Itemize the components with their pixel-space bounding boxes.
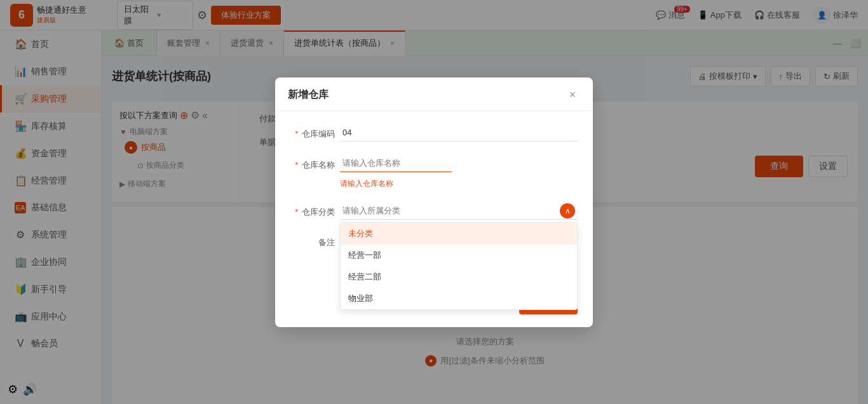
code-label: * 仓库编码 xyxy=(290,124,335,140)
modal-title: 新增仓库 xyxy=(288,88,329,102)
dropdown-item-2[interactable]: 经营二部 xyxy=(341,266,577,288)
name-label: * 仓库名称 xyxy=(290,155,335,171)
dropdown-item-3[interactable]: 物业部 xyxy=(341,288,577,309)
required-star-name: * xyxy=(295,160,298,170)
form-row-code: * 仓库编码 xyxy=(290,124,578,142)
modal-overlay: 新增仓库 × * 仓库编码 * 仓库名称 xyxy=(0,0,868,404)
note-label: 备注 xyxy=(290,232,335,248)
note-label-text: 备注 xyxy=(318,238,335,247)
form-row-name: * 仓库名称 请输入仓库名称 xyxy=(290,154,578,189)
category-label: * 仓库分类 xyxy=(290,202,335,218)
modal-body: * 仓库编码 * 仓库名称 请输入仓库名称 xyxy=(275,111,593,285)
category-select-wrapper: ∧ 未分类 经营一部 经营二部 物业部 xyxy=(340,202,578,220)
required-star: * xyxy=(295,129,298,138)
modal-close-button[interactable]: × xyxy=(565,88,580,103)
modal-header: 新增仓库 × xyxy=(275,77,593,111)
category-label-text: 仓库分类 xyxy=(302,207,335,217)
code-label-text: 仓库编码 xyxy=(302,129,335,138)
category-input[interactable] xyxy=(340,202,578,220)
form-row-category: * 仓库分类 ∧ 未分类 经营一部 经营二部 物业部 xyxy=(290,202,578,220)
category-arrow-button[interactable]: ∧ xyxy=(560,203,575,219)
code-input[interactable] xyxy=(340,124,578,142)
dropdown-item-0[interactable]: 未分类 xyxy=(341,223,577,245)
name-error-message: 请输入仓库名称 xyxy=(340,178,393,189)
name-input[interactable] xyxy=(340,154,452,172)
name-label-text: 仓库名称 xyxy=(302,160,335,170)
required-star-category: * xyxy=(295,207,298,217)
category-dropdown: 未分类 经营一部 经营二部 物业部 xyxy=(340,222,578,310)
dropdown-item-1[interactable]: 经营一部 xyxy=(341,245,577,266)
modal-dialog: 新增仓库 × * 仓库编码 * 仓库名称 xyxy=(275,77,593,327)
